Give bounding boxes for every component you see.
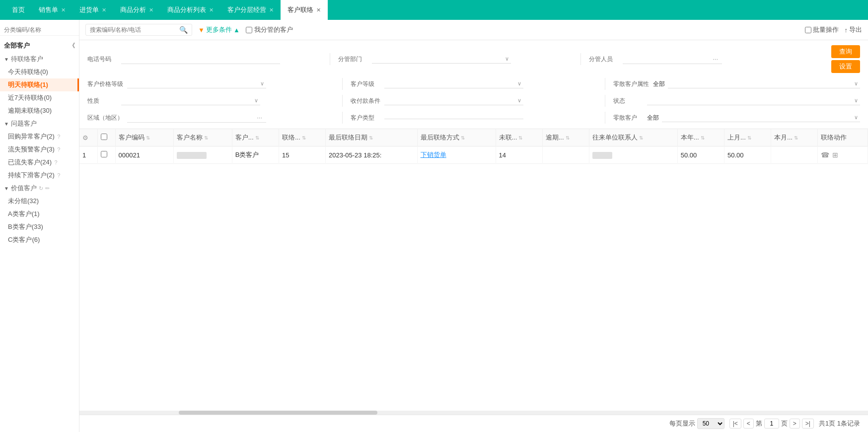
- td-this-year: 50.00: [677, 146, 724, 164]
- sidebar-item-overdue[interactable]: 逾期未联络(30): [0, 104, 79, 117]
- page-nav: |< < 第 页 > >|: [729, 419, 814, 429]
- close-purchase-icon[interactable]: ✕: [102, 7, 106, 13]
- close-goods-analysis-icon[interactable]: ✕: [149, 7, 153, 13]
- sort-this-year-icon[interactable]: ⇅: [701, 135, 705, 141]
- page-number-input[interactable]: [764, 419, 779, 429]
- group-problem-customers[interactable]: ▼ 问题客户: [0, 117, 79, 130]
- my-customers-check[interactable]: [246, 27, 252, 33]
- sidebar-item-class-a[interactable]: A类客户(1): [0, 208, 79, 220]
- price-level-select[interactable]: ∨: [127, 79, 266, 88]
- sidebar-item-class-b[interactable]: B类客户(33): [0, 220, 79, 233]
- next-page-btn[interactable]: >: [790, 419, 800, 429]
- sort-overdue-icon[interactable]: ⇅: [566, 135, 570, 141]
- search-icon-main[interactable]: 🔍: [179, 26, 188, 34]
- dots-region: ···: [257, 114, 262, 121]
- help-icon-2[interactable]: ?: [57, 146, 60, 152]
- td-code: 000021: [115, 146, 174, 164]
- sidebar-item-tomorrow[interactable]: 明天待联络(1): [0, 78, 79, 91]
- sidebar-item-class-c[interactable]: C类客户(6): [0, 233, 79, 246]
- sort-uncontacted-icon[interactable]: ⇅: [518, 135, 522, 141]
- nav-goods-list[interactable]: 商品分析列表 ✕: [160, 0, 220, 20]
- nature-select[interactable]: ∨: [121, 96, 260, 105]
- reset-btn[interactable]: 设置: [831, 60, 860, 73]
- chevron-price-level: ∨: [260, 80, 264, 87]
- sidebar-item-today[interactable]: 今天待联络(0): [0, 66, 79, 78]
- sort-last-month-icon[interactable]: ⇅: [747, 135, 751, 141]
- group-value-customers[interactable]: ▼ 价值客户 ↻ ✏: [0, 182, 79, 195]
- scrollbar-thumb[interactable]: [179, 411, 377, 415]
- sidebar-item-ungrouped[interactable]: 未分组(32): [0, 195, 79, 208]
- sort-name-icon[interactable]: ⇅: [204, 135, 208, 141]
- sidebar-item-repurchase-abnormal[interactable]: 回购异常客户(2) ?: [0, 130, 79, 143]
- help-icon-4[interactable]: ?: [57, 172, 60, 178]
- chevron-retail-attr: ∨: [854, 80, 858, 87]
- close-goods-list-icon[interactable]: ✕: [209, 7, 214, 13]
- sidebar-item-churn-warning[interactable]: 流失预警客户(3) ?: [0, 143, 79, 156]
- horizontal-scrollbar[interactable]: [79, 411, 868, 415]
- main-content: 🔍 ▼ 更多条件 ▲ 我分管的客户 批量操作 ↑ 导出: [79, 20, 868, 432]
- sidebar-item-7days[interactable]: 近7天待联络(0): [0, 91, 79, 104]
- first-page-btn[interactable]: |<: [729, 419, 741, 429]
- th-this-year: 本年... ⇅: [677, 129, 724, 146]
- my-customers-checkbox[interactable]: 我分管的客户: [246, 25, 293, 34]
- filter-phone: 电话号码: [87, 55, 322, 64]
- customer-level-select[interactable]: ∨: [384, 79, 523, 88]
- search-input[interactable]: [90, 26, 179, 33]
- bulk-op-btn[interactable]: 批量操作: [805, 25, 839, 34]
- row-checkbox[interactable]: [101, 151, 107, 157]
- bulk-checkbox[interactable]: [805, 27, 811, 33]
- nav-home[interactable]: 首页: [5, 0, 32, 20]
- group-pending-contact[interactable]: ▼ 待联络客户: [0, 53, 79, 66]
- status-select[interactable]: ∨: [647, 96, 860, 105]
- more-conditions-btn[interactable]: ▼ 更多条件 ▲: [198, 25, 240, 34]
- sidebar-item-churned[interactable]: 已流失客户(24) ?: [0, 156, 79, 169]
- division-dept-select[interactable]: ∨: [372, 55, 511, 64]
- division-person-select[interactable]: ···: [623, 54, 722, 64]
- contact-action-icon[interactable]: ☎: [821, 151, 829, 159]
- nav-sales[interactable]: 销售单 ✕: [32, 0, 72, 20]
- refresh-icon[interactable]: ↻: [39, 185, 43, 192]
- close-customer-tier-icon[interactable]: ✕: [269, 7, 274, 13]
- sort-last-method-icon[interactable]: ⇅: [461, 135, 465, 141]
- customer-type-select[interactable]: [384, 117, 523, 119]
- filter-row-2: 客户价格等级 ∨ 客户等级 ∨ 零散客户属性: [87, 78, 860, 90]
- page-size-dropdown[interactable]: 50 100 200: [697, 418, 724, 429]
- filter-customer-level: 客户等级 ∨: [351, 79, 597, 88]
- sidebar-search-input[interactable]: [4, 26, 78, 33]
- more-action-icon[interactable]: ⊞: [832, 151, 838, 159]
- sort-code-icon[interactable]: ⇅: [146, 135, 150, 141]
- td-checkbox: [97, 146, 115, 164]
- help-icon-3[interactable]: ?: [54, 159, 57, 165]
- prev-page-btn[interactable]: <: [743, 419, 754, 429]
- help-icon-1[interactable]: ?: [57, 134, 60, 140]
- query-btn[interactable]: 查询: [831, 45, 860, 58]
- nav-goods-analysis[interactable]: 商品分析 ✕: [113, 0, 160, 20]
- sort-last-date-icon[interactable]: ⇅: [369, 135, 373, 141]
- filter-row-4: 区域（地区） ··· 客户类型 零散客户 全部: [87, 112, 860, 124]
- sort-type-icon[interactable]: ⇅: [255, 135, 259, 141]
- retail-customer-select[interactable]: ∨: [662, 113, 860, 122]
- payment-select[interactable]: ∨: [384, 96, 523, 105]
- nav-customer-tier[interactable]: 客户分层经营 ✕: [220, 0, 281, 20]
- close-customer-contact-icon[interactable]: ✕: [316, 7, 321, 13]
- td-last-month: 50.00: [724, 146, 771, 164]
- sort-contact-person-icon[interactable]: ⇅: [639, 135, 643, 141]
- sort-contact-icon[interactable]: ⇅: [302, 135, 306, 141]
- nav-customer-contact[interactable]: 客户联络 ✕: [281, 0, 328, 20]
- top-nav: 首页 销售单 ✕ 进货单 ✕ 商品分析 ✕ 商品分析列表 ✕ 客户分层经营 ✕ …: [0, 0, 868, 20]
- gear-icon[interactable]: ⚙: [82, 134, 88, 142]
- export-btn[interactable]: ↑ 导出: [845, 25, 863, 34]
- retail-attr-select[interactable]: ∨: [668, 79, 860, 88]
- sort-this-month-icon[interactable]: ⇅: [794, 135, 798, 141]
- edit-icon[interactable]: ✏: [45, 185, 50, 192]
- last-method-link[interactable]: 下销货单: [421, 151, 446, 158]
- sidebar-item-declining[interactable]: 持续下滑客户(2) ?: [0, 169, 79, 182]
- last-page-btn[interactable]: >|: [802, 419, 814, 429]
- region-select[interactable]: ···: [127, 113, 266, 123]
- select-all-checkbox[interactable]: [101, 134, 107, 140]
- close-sales-icon[interactable]: ✕: [61, 7, 66, 13]
- nav-purchase[interactable]: 进货单 ✕: [72, 0, 113, 20]
- phone-input[interactable]: [121, 55, 280, 64]
- th-checkbox: [97, 129, 115, 146]
- all-customers-title[interactable]: 全部客户 《: [0, 39, 79, 53]
